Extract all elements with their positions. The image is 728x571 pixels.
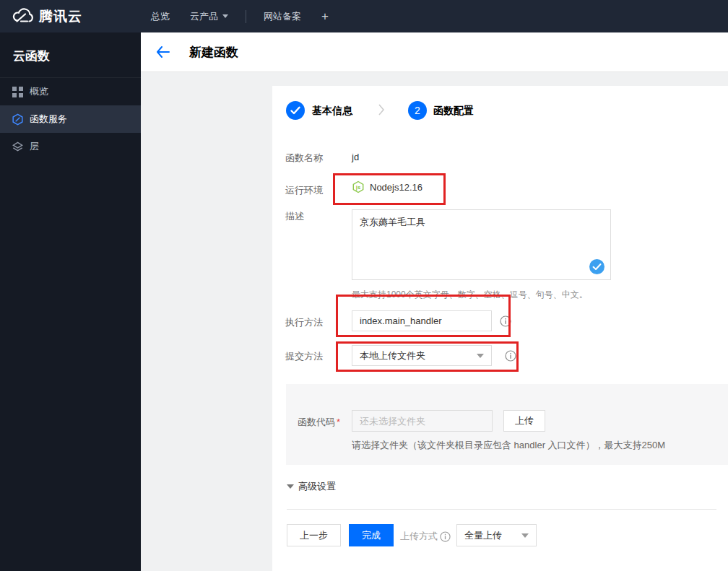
upload-mode-label-text: 上传方式 bbox=[400, 530, 438, 543]
finish-button[interactable]: 完成 bbox=[349, 524, 394, 546]
scf-hexagon-icon bbox=[12, 113, 24, 126]
previous-step-button[interactable]: 上一步 bbox=[287, 524, 341, 546]
triangle-down-icon bbox=[287, 484, 294, 489]
sidebar-item-function-service-label: 函数服务 bbox=[30, 113, 67, 126]
function-code-label-text: 函数代码 bbox=[298, 417, 335, 427]
name-value: jd bbox=[352, 152, 359, 162]
sidebar-item-layers[interactable]: 层 bbox=[0, 133, 141, 160]
required-mark: * bbox=[337, 417, 340, 427]
screen: 腾讯云 总览 云产品 网站备案 + 云函数 bbox=[0, 0, 728, 571]
select-caret-icon bbox=[477, 354, 484, 358]
handler-info-icon[interactable] bbox=[500, 315, 511, 327]
advanced-settings-label: 高级设置 bbox=[298, 480, 336, 493]
step1-label: 基本信息 bbox=[312, 101, 352, 120]
nav-items: 总览 云产品 网站备案 + bbox=[141, 0, 339, 32]
nav-item-products[interactable]: 云产品 bbox=[180, 0, 238, 32]
handler-label: 执行方法 bbox=[285, 316, 323, 329]
nav-item-beian-label: 网站备案 bbox=[264, 10, 301, 23]
submit-method-value: 本地上传文件夹 bbox=[360, 349, 425, 362]
upload-mode-info-icon[interactable] bbox=[440, 531, 451, 542]
valid-check-icon bbox=[589, 259, 604, 274]
function-code-section: 函数代码* 上传 请选择文件夹（该文件夹根目录应包含 handler 入口文件）… bbox=[286, 384, 728, 465]
function-code-label: 函数代码* bbox=[298, 416, 340, 429]
runtime-value-wrap: js Nodejs12.16 bbox=[352, 180, 422, 193]
sidebar-item-overview-label: 概览 bbox=[30, 85, 48, 98]
footer-divider bbox=[287, 509, 716, 510]
description-label: 描述 bbox=[285, 210, 304, 223]
top-navbar: 腾讯云 总览 云产品 网站备案 + bbox=[0, 0, 728, 32]
sidebar-item-overview[interactable]: 概览 bbox=[0, 78, 141, 105]
function-code-hint: 请选择文件夹（该文件夹根目录应包含 handler 入口文件），最大支持250M bbox=[352, 439, 665, 452]
layers-icon bbox=[12, 141, 24, 153]
page-header: 新建函数 bbox=[141, 32, 728, 72]
tencent-cloud-logo-icon bbox=[12, 6, 33, 27]
submit-method-select[interactable]: 本地上传文件夹 bbox=[352, 345, 492, 366]
nodejs-icon: js bbox=[352, 180, 365, 193]
description-textarea[interactable]: 京东薅羊毛工具 bbox=[352, 209, 611, 280]
runtime-label: 运行环境 bbox=[285, 184, 323, 197]
upload-mode-label: 上传方式 bbox=[400, 530, 451, 543]
chevron-down-icon bbox=[222, 14, 228, 18]
name-label: 函数名称 bbox=[285, 152, 323, 165]
brand[interactable]: 腾讯云 bbox=[0, 6, 141, 27]
grid-icon bbox=[12, 86, 24, 98]
svg-text:js: js bbox=[355, 184, 360, 191]
nav-item-products-label: 云产品 bbox=[190, 10, 218, 23]
step2-number: 2 bbox=[408, 101, 427, 120]
runtime-value: Nodejs12.16 bbox=[370, 182, 422, 193]
nav-item-overview-label: 总览 bbox=[151, 10, 170, 23]
folder-path-input[interactable] bbox=[352, 410, 493, 432]
advanced-settings-toggle[interactable]: 高级设置 bbox=[287, 480, 336, 493]
upload-mode-value: 全量上传 bbox=[464, 529, 502, 542]
upload-mode-select[interactable]: 全量上传 bbox=[456, 524, 537, 546]
add-tab-button[interactable]: + bbox=[311, 9, 339, 24]
back-arrow-icon[interactable] bbox=[155, 44, 171, 60]
handler-input[interactable] bbox=[352, 310, 492, 331]
sidebar-title: 云函数 bbox=[0, 32, 141, 78]
sidebar-item-layers-label: 层 bbox=[30, 140, 39, 153]
sidebar-item-function-service[interactable]: 函数服务 bbox=[0, 105, 141, 133]
select-caret-icon bbox=[521, 533, 529, 538]
form-card: 基本信息 2 函数配置 函数名称 jd 运行环境 js Nodejs12.16 bbox=[272, 86, 728, 571]
upload-button[interactable]: 上传 bbox=[503, 410, 545, 432]
step-chevron-icon bbox=[378, 103, 385, 118]
step2-label: 函数配置 bbox=[433, 101, 474, 120]
submit-method-info-icon[interactable] bbox=[505, 350, 516, 362]
content-area: 基本信息 2 函数配置 函数名称 jd 运行环境 js Nodejs12.16 bbox=[141, 72, 728, 571]
nav-item-beian[interactable]: 网站备案 bbox=[254, 0, 311, 32]
step1-done-check-icon bbox=[286, 101, 305, 120]
brand-name: 腾讯云 bbox=[39, 7, 82, 26]
nav-item-overview[interactable]: 总览 bbox=[141, 0, 180, 32]
nav-divider bbox=[246, 10, 246, 23]
description-hint: 最大支持1000个英文字母、数字、空格、逗号、句号、中文。 bbox=[352, 289, 588, 301]
sidebar: 云函数 概览 函数服务 bbox=[0, 32, 141, 571]
page-title: 新建函数 bbox=[189, 44, 238, 61]
submit-method-label: 提交方法 bbox=[285, 350, 323, 363]
